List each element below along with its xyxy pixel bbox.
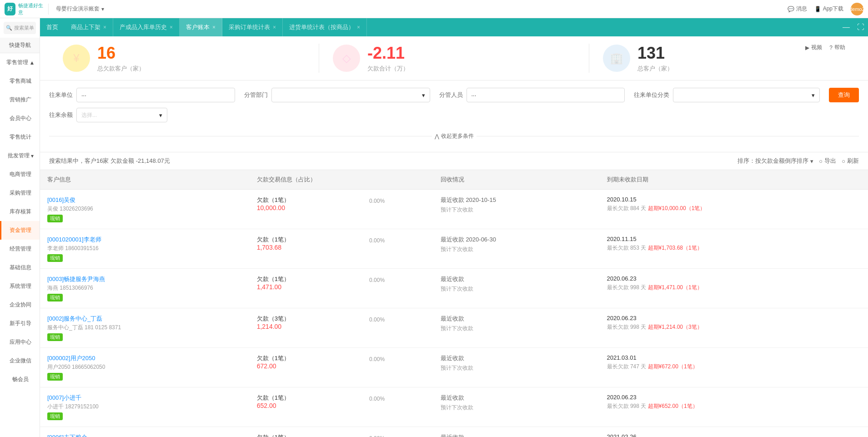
customer-name-2[interactable]: [0003]畅捷服务尹海燕 [47, 275, 242, 283]
unit-category-select[interactable]: ▾ [673, 88, 820, 102]
source-unit-input[interactable]: ··· [76, 88, 235, 102]
sidebar-item-wechat[interactable]: 企业微信 [0, 352, 40, 370]
search-icon: 🔍 [6, 25, 12, 31]
tab-finished-goods[interactable]: 产成品入库单历史 × [113, 18, 180, 36]
tab-customer-account[interactable]: 客户账本 × [180, 18, 222, 36]
tab-close-icon[interactable]: × [273, 24, 276, 30]
customer-name-4[interactable]: [000002]用户2050 [47, 354, 242, 362]
sort-selector[interactable]: 排序：按欠款金额倒序排序 ▾ [738, 157, 813, 165]
sidebar-item-inventory[interactable]: 库存核算 [0, 202, 40, 221]
next-collection-3: 预计下次收款 [441, 325, 592, 332]
sidebar-item-wholesale[interactable]: 批发管理 ▾ [0, 146, 40, 165]
top-actions: 💬 消息 📱 App下载 demo2 [788, 3, 863, 15]
debt-amount-5: 652.00 [257, 402, 355, 409]
sidebar-item-operations[interactable]: 经营管理 [0, 240, 40, 258]
table-row: [0002]服务中心_丁磊 服务中心_丁磊 181 0125 8371 现销 欠… [40, 308, 868, 348]
overdue-link-0[interactable]: 超期¥10,000.00（1笔） [648, 205, 706, 211]
sidebar-item-cooperation[interactable]: 企业协同 [0, 296, 40, 314]
customer-name-3[interactable]: [0002]服务中心_丁磊 [47, 315, 242, 323]
sidebar-item-guide[interactable]: 新手引导 [0, 314, 40, 333]
cell-debt-info-5: 欠款（1笔） 652.00 [250, 387, 362, 427]
divider [48, 4, 49, 15]
debt-info-5: 欠款（1笔） [257, 394, 355, 402]
avatar[interactable]: demo2 [851, 3, 863, 15]
dept-select[interactable]: ▾ [271, 88, 430, 102]
dept-arrow-icon: ▾ [422, 92, 425, 99]
tab-label: 商品上下架 [71, 23, 100, 31]
video-button[interactable]: ▶ 视频 [805, 44, 822, 51]
search-button[interactable]: 查询 [829, 88, 859, 102]
content-area: 首页 商品上下架 × 产成品入库单历史 × 客户账本 × 采购订单统计表 × [40, 18, 868, 437]
table-row: [0001020001]李老师 李老师 18600391516 现销 欠款（1笔… [40, 229, 868, 269]
filter-unit-category: 往来单位分类 ▾ [634, 88, 820, 102]
overdue-link-3[interactable]: 超期¥1,214.00（3笔） [648, 324, 702, 330]
sidebar-nav: 零售管理 ▲ 零售商城 营销推广 会员中心 零售统计 批发管理 ▾ [0, 53, 40, 437]
sidebar-item-retail-stats[interactable]: 零售统计 [0, 128, 40, 146]
table-row: [0003]畅捷服务尹海燕 海燕 18513066976 现销 欠款（1笔） 1… [40, 269, 868, 308]
tab-home[interactable]: 首页 [40, 18, 65, 36]
sidebar-item-member[interactable]: 会员中心 [0, 109, 40, 128]
sidebar-item-ecommerce[interactable]: 电商管理 [0, 165, 40, 184]
sidebar-item-purchase[interactable]: 采购管理 [0, 184, 40, 202]
table-header: 客户信息 欠款交易信息（占比） 回收情况 到期未收款日期 [40, 170, 868, 190]
tab-close-icon[interactable]: × [170, 24, 173, 30]
overdue-link-5[interactable]: 超期¥652.00（1笔） [648, 403, 698, 409]
overdue-link-1[interactable]: 超期¥1,703.68（1笔） [648, 245, 702, 251]
industry-selector[interactable]: 母婴行业演示账套 ▾ [52, 5, 108, 13]
search-menu-button[interactable]: 🔍 搜索菜单 [4, 22, 36, 34]
refresh-button[interactable]: ○ 刷新 [842, 157, 859, 165]
avatar-label: demo2 [849, 6, 865, 12]
due-date-3: 2020.06.23 [607, 315, 861, 321]
app-download-button[interactable]: 📱 App下载 [814, 5, 843, 13]
tab-label: 客户账本 [186, 23, 210, 31]
overdue-detail-5: 最长欠款 998 天 超期¥652.00（1笔） [607, 402, 861, 410]
result-actions: 排序：按欠款金额倒序排序 ▾ ○ 导出 ○ 刷新 [738, 157, 859, 165]
collapse-divider: ⋀ 收起更多条件 [49, 128, 859, 145]
tab-product-listing[interactable]: 商品上下架 × [65, 18, 113, 36]
cell-due-date-2: 2020.06.23 最长欠款 998 天 超期¥1,471.00（1笔） [600, 269, 868, 308]
customer-tag-0: 现销 [47, 215, 63, 222]
message-button[interactable]: 💬 消息 [788, 5, 807, 13]
sidebar-item-app-center[interactable]: 应用中心 [0, 333, 40, 352]
quick-nav-button[interactable]: 快捷导航 [0, 38, 40, 53]
cell-recovery-1: 最近收款 2020-06-30 预计下次收款 [433, 229, 600, 269]
debt-amount-2: 1,471.00 [257, 283, 355, 291]
overdue-detail-3: 最长欠款 998 天 超期¥1,214.00（3笔） [607, 323, 861, 331]
customer-info-1: 李老师 18600391516 [47, 245, 242, 252]
tab-close-icon[interactable]: × [212, 24, 216, 30]
customer-name-0[interactable]: [0016]吴俊 [47, 196, 242, 204]
source-unit-dots: ··· [81, 92, 86, 99]
sidebar-item-retail-mall[interactable]: 零售商城 [0, 72, 40, 90]
customer-name-6[interactable]: [0006]去下粮仓 [47, 433, 242, 437]
sidebar-item-finance[interactable]: 资金管理 [0, 221, 40, 240]
tab-purchase-order-stats[interactable]: 采购订单统计表 × [222, 18, 283, 36]
tab-minimize-button[interactable]: — [839, 18, 853, 36]
overdue-link-2[interactable]: 超期¥1,471.00（1笔） [648, 284, 702, 291]
customer-name-1[interactable]: [0001020001]李老师 [47, 236, 242, 244]
balance-select[interactable]: 选择... ▾ [76, 108, 167, 122]
customer-name-5[interactable]: [0007]小进千 [47, 394, 242, 402]
cell-due-date-3: 2020.06.23 最长欠款 998 天 超期¥1,214.00（3笔） [600, 308, 868, 348]
tab-close-icon[interactable]: × [103, 24, 106, 30]
manager-input[interactable]: ··· [467, 88, 625, 102]
collapse-button[interactable]: ⋀ 收起更多条件 [435, 130, 474, 143]
cell-due-date-5: 2020.06.23 最长欠款 998 天 超期¥652.00（1笔） [600, 387, 868, 427]
video-icon: ▶ [805, 45, 809, 51]
stat-icon-building: 🏢 [603, 45, 630, 72]
sidebar-item-vip[interactable]: 畅会员 [0, 370, 40, 389]
sidebar-item-label: 零售管理 [6, 59, 28, 66]
export-button[interactable]: ○ 导出 [819, 157, 836, 165]
tab-purchase-stats-by-product[interactable]: 进货单统计表（按商品） × [283, 18, 367, 36]
main-area: 🔍 搜索菜单 快捷导航 零售管理 ▲ 零售商城 营销推广 会员 [0, 18, 868, 437]
stat-item-debt-total: ◇ -2.11 欠款合计（万） [319, 44, 589, 73]
tab-close-icon[interactable]: × [357, 24, 360, 30]
tab-expand-button[interactable]: ⛶ [853, 18, 868, 36]
sidebar-item-retail-mgmt[interactable]: 零售管理 ▲ [0, 53, 40, 72]
cell-debt-ratio-6: 0.00% [362, 427, 433, 437]
sidebar-item-basic-info[interactable]: 基础信息 [0, 258, 40, 277]
overdue-link-4[interactable]: 超期¥672.00（1笔） [648, 363, 698, 370]
help-button[interactable]: ? 帮助 [829, 44, 845, 51]
sidebar-item-marketing[interactable]: 营销推广 [0, 90, 40, 109]
due-date-4: 2021.03.01 [607, 354, 861, 361]
sidebar-item-system[interactable]: 系统管理 [0, 277, 40, 296]
